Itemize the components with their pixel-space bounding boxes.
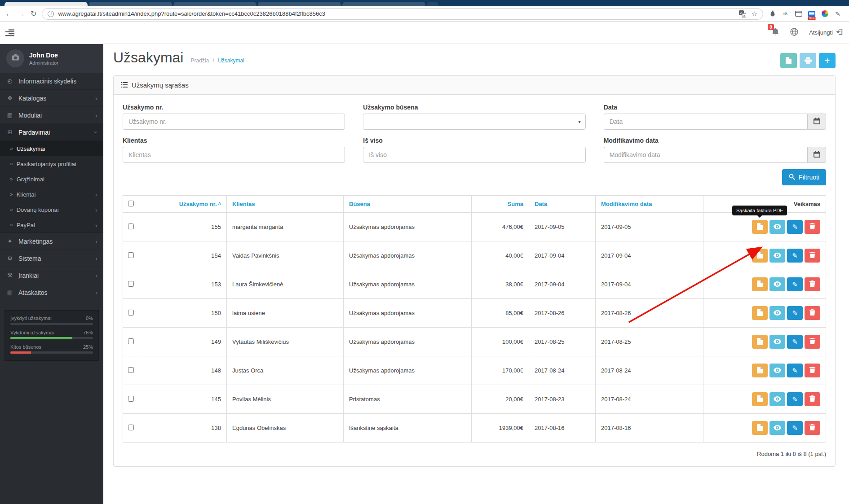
sidebar-item-katalogas[interactable]: ❖Katalogas› [0,90,103,107]
sort-link[interactable]: Suma [508,201,523,207]
sidebar-subitem-paypal[interactable]: »PayPal› [0,217,103,232]
sidebar-subitem-uzsakymai[interactable]: »Užsakymai [0,141,103,156]
sort-link[interactable]: Užsakymo nr. [179,201,217,207]
row-checkbox[interactable] [128,310,134,316]
colorwheel-extension-icon[interactable] [821,10,829,18]
pdf-invoice-button[interactable] [752,249,768,263]
sidebar-item-pardavimai[interactable]: ⊞Pardavimai› [0,124,103,141]
pdf-invoice-button[interactable] [752,421,768,435]
sort-link[interactable]: Modifikavimo data [601,201,652,207]
view-order-button[interactable] [769,364,785,377]
pdf-invoice-button[interactable] [752,392,768,406]
row-checkbox[interactable] [128,252,134,258]
eyedropper-icon[interactable] [769,10,777,18]
filter-select-uzsakymo-busena[interactable]: ▾ [363,114,585,130]
browser-tab[interactable] [173,2,256,6]
page-info-icon[interactable]: i [48,11,54,17]
url-bar[interactable]: i www.agregatai.lt/siteadmin14/index.php… [42,8,763,20]
browser-tab[interactable] [4,2,88,6]
delete-order-button[interactable] [805,277,820,291]
delete-order-button[interactable] [805,392,820,406]
row-checkbox[interactable] [128,367,134,373]
translate-icon[interactable]: Aa [738,10,747,18]
sidebar-item-ataskaitos[interactable]: ▥Ataskaitos› [0,284,103,301]
edit-order-button[interactable]: ✎ [787,220,803,234]
row-checkbox[interactable] [128,338,134,344]
row-checkbox[interactable] [128,396,134,402]
sidebar-item-informacinis-skydelis[interactable]: ◴Informacinis skydelis [0,73,103,90]
print-invoice-button[interactable] [780,53,797,68]
row-checkbox[interactable] [128,224,134,229]
window-extension-icon[interactable] [795,10,803,18]
select-all-checkbox[interactable] [128,201,134,206]
view-order-button[interactable] [769,277,785,291]
calendar-button[interactable] [807,114,826,130]
delete-order-button[interactable] [805,364,820,377]
row-checkbox[interactable] [128,281,134,287]
view-order-button[interactable] [769,392,785,406]
language-button[interactable] [790,28,798,38]
reload-icon[interactable]: ↻ [31,10,36,18]
print-shipping-button[interactable] [800,53,816,68]
breadcrumb-home[interactable]: Pradžia [190,57,209,64]
filter-input-is-viso[interactable] [363,147,585,163]
edit-order-button[interactable]: ✎ [787,392,803,406]
browser-tab[interactable] [89,2,172,6]
breadcrumb-current[interactable]: Užsakymai [218,57,244,64]
logout-button[interactable]: Atsijungti [809,29,843,36]
sidebar-subitem-pasikartojantys-profiliai[interactable]: »Pasikartojantys profiliai [0,156,103,171]
filter-input-modifikavimo-data[interactable] [604,147,807,163]
view-order-button[interactable] [769,220,785,234]
sidebar-item-marketingas[interactable]: ✦Marketingas› [0,233,103,250]
browser-tab[interactable] [342,2,425,6]
view-order-button[interactable] [769,306,785,320]
pdf-invoice-button[interactable] [752,335,768,349]
avatar[interactable] [6,49,24,67]
back-icon[interactable]: ← [5,10,13,18]
pdf-invoice-button[interactable] [752,364,768,377]
row-checkbox[interactable] [128,425,134,430]
dashboard-icon: ◴ [6,78,14,84]
view-order-button[interactable] [769,421,785,435]
bookmark-star-icon[interactable]: ☆ [752,10,757,18]
sidebar-subitem-grazinimai[interactable]: »Grąžinimai [0,171,103,187]
ip-extension-icon[interactable]: IP. [782,10,790,18]
delete-order-button[interactable] [805,306,820,320]
delete-order-button[interactable] [805,249,820,263]
delete-order-button[interactable] [805,220,820,234]
view-order-button[interactable] [769,335,785,349]
filter-button[interactable]: Filtruoti [782,169,826,185]
edit-order-button[interactable]: ✎ [787,364,803,377]
edit-order-button[interactable]: ✎ [787,335,803,349]
browser-tab[interactable] [258,2,341,6]
edit-order-button[interactable]: ✎ [787,421,803,435]
sort-link[interactable]: Klientas [232,201,255,207]
new-tab-button[interactable] [427,2,438,6]
calendar-button[interactable] [807,147,826,163]
filter-input-uzsakymo-nr[interactable] [123,114,345,130]
sort-link[interactable]: Būsena [349,201,370,207]
sort-link[interactable]: Data [535,201,547,207]
pdf-invoice-button[interactable] [752,306,768,320]
sidebar-subitem-dovanu-kuponai[interactable]: »Dovanų kuponai› [0,202,103,217]
forward-icon[interactable]: → [18,10,25,18]
notifications-button[interactable]: 0 [772,28,779,38]
filter-input-klientas[interactable] [123,147,345,163]
pdf-invoice-button[interactable] [752,220,768,234]
sidebar-item-sistema[interactable]: ⚙Sistema› [0,250,103,267]
menu-toggle-icon[interactable] [5,29,14,36]
sidebar-subitem-klientai[interactable]: »Klientai› [0,187,103,202]
add-order-button[interactable]: + [819,53,836,68]
edit-order-button[interactable]: ✎ [787,249,803,263]
sidebar-item-moduliai[interactable]: ▦Moduliai› [0,107,103,124]
edit-order-button[interactable]: ✎ [787,277,803,291]
delete-order-button[interactable] [805,421,820,435]
pdf-invoice-button[interactable] [752,277,768,291]
pencil-extension-icon[interactable]: ✎ [834,10,842,18]
view-order-button[interactable] [769,249,785,263]
screenshot-extension-icon[interactable]: New [808,10,816,18]
sidebar-item-irankiai[interactable]: ⚒Įrankiai› [0,267,103,284]
filter-input-data[interactable] [604,114,807,130]
delete-order-button[interactable] [805,335,820,349]
edit-order-button[interactable]: ✎ [787,306,803,320]
